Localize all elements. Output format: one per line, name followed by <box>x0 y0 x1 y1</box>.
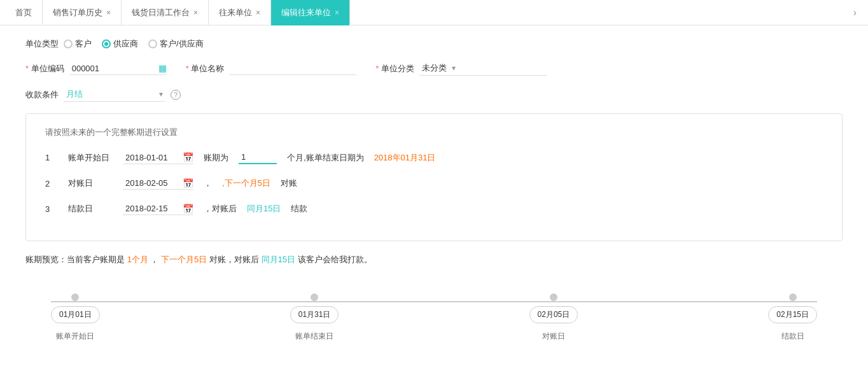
preview-part4: 对账，对账后 <box>209 255 259 264</box>
tab-sales-history-label: 销售订单历史 <box>53 7 102 18</box>
unit-classify-value: 未分类 <box>422 62 447 74</box>
tab-sales-history[interactable]: 销售订单历史 × <box>43 0 122 25</box>
radio-supplier-label: 供应商 <box>113 38 138 50</box>
preview-prefix: 账期预览：当前客户账期是 <box>25 255 125 264</box>
unit-type-label: 单位类型 <box>25 38 59 50</box>
timeline-node-label-2: 对账日 <box>542 331 565 342</box>
tab-more-button[interactable]: › <box>847 7 863 18</box>
tab-edit-partner-close[interactable]: × <box>335 8 339 17</box>
unit-classify-label: 单位分类 <box>375 63 414 74</box>
payment-terms-field: 收款条件 月结 ▾ ? <box>25 87 181 102</box>
payment-terms-value: 月结 <box>66 88 154 100</box>
radio-customer[interactable]: 客户 <box>64 38 92 50</box>
months-input-group <box>239 151 277 164</box>
period-row2-prefix: ， <box>204 178 212 189</box>
tab-cash-workbench-label: 钱货日清工作台 <box>132 7 190 18</box>
period-settings-box: 请按照未来的一个完整帐期进行设置 1 账单开始日 📅 账期为 个月,账单结束日期… <box>25 113 843 241</box>
preview-text: 账期预览：当前客户账期是 1个月 ， 下一个月5日 对账，对账后 同月15日 该… <box>25 254 843 265</box>
tab-cash-workbench-close[interactable]: × <box>193 8 198 17</box>
timeline-nodes: 01月01日 账单开始日 01月31日 账单结束日 02月05日 对账日 02月… <box>51 293 817 342</box>
payment-terms-dropdown-arrow: ▾ <box>159 90 163 99</box>
radio-supplier[interactable]: 供应商 <box>102 38 138 50</box>
period-label-3: 结款日 <box>68 203 113 215</box>
unit-code-input-wrapper: ▦ <box>69 62 167 75</box>
radio-both-circle <box>148 39 157 48</box>
timeline-node-1: 01月31日 账单结束日 <box>290 293 339 342</box>
unit-code-icon[interactable]: ▦ <box>158 63 167 73</box>
period-row-2: 2 对账日 📅 ， ,下一个月5日 对账 <box>45 177 823 190</box>
period-date-2: 📅 <box>123 177 193 190</box>
timeline-node-circle-3 <box>789 293 797 301</box>
period-date-1: 📅 <box>123 151 193 164</box>
unit-classify-select[interactable]: 未分类 ▾ <box>419 61 547 76</box>
timeline-node-circle-2 <box>550 293 557 301</box>
unit-info-row: 单位编码 ▦ 单位名称 河南供应商22 单位分类 未分类 ▾ <box>25 61 843 76</box>
timeline-node-label-0: 账单开始日 <box>56 331 94 342</box>
unit-type-radio-group: 客户 供应商 客户/供应商 <box>64 38 204 50</box>
period-suffix-after-1: 个月,账单结束日期为 <box>287 152 364 164</box>
timeline-node-2: 02月05日 对账日 <box>529 293 578 342</box>
timeline-node-0: 01月01日 账单开始日 <box>51 293 100 342</box>
unit-type-field: 单位类型 客户 供应商 客户/供应商 <box>25 38 204 50</box>
tab-edit-partner[interactable]: 编辑往来单位 × <box>271 0 350 25</box>
radio-customer-label: 客户 <box>75 38 92 50</box>
tab-cash-workbench[interactable]: 钱货日清工作台 × <box>122 0 209 25</box>
period-label-2: 对账日 <box>68 178 113 189</box>
tab-partner-units-close[interactable]: × <box>256 8 260 17</box>
radio-supplier-circle <box>102 39 111 48</box>
tab-partner-units-label: 往来单位 <box>219 7 252 18</box>
main-content: 单位类型 客户 供应商 客户/供应商 单位编码 <box>0 25 868 387</box>
tab-home[interactable]: 首页 <box>5 0 43 25</box>
payment-terms-help-icon[interactable]: ? <box>171 90 181 100</box>
period-row2-suffix: 对账 <box>281 178 297 189</box>
preview-part5: 同月15日 <box>262 255 295 264</box>
classify-dropdown-arrow: ▾ <box>452 64 456 73</box>
unit-code-field: 单位编码 ▦ <box>25 62 167 75</box>
radio-both[interactable]: 客户/供应商 <box>148 38 204 50</box>
timeline-node-date-0: 01月01日 <box>51 306 100 323</box>
period-date-icon-3[interactable]: 📅 <box>183 204 193 214</box>
tab-partner-units[interactable]: 往来单位 × <box>209 0 271 25</box>
timeline-node-label-3: 结款日 <box>781 331 804 342</box>
period-row-1: 1 账单开始日 📅 账期为 个月,账单结束日期为 2018年01月31日 <box>45 151 823 164</box>
period-label-1: 账单开始日 <box>68 152 113 164</box>
timeline-node-label-1: 账单结束日 <box>295 331 333 342</box>
preview-part3: 下一个月5日 <box>161 255 207 264</box>
period-date-input-2[interactable] <box>123 177 180 189</box>
period-row2-highlight: ,下一个月5日 <box>222 178 270 189</box>
period-date-input-3[interactable] <box>123 202 180 215</box>
tab-sales-history-close[interactable]: × <box>106 8 111 17</box>
timeline-node-date-3: 02月15日 <box>768 306 817 323</box>
period-row3-prefix: ，对账后 <box>204 203 237 215</box>
tab-edit-partner-label: 编辑往来单位 <box>281 7 331 18</box>
tab-home-label: 首页 <box>15 7 32 18</box>
unit-name-field: 单位名称 河南供应商22 <box>186 62 357 75</box>
months-input[interactable] <box>239 151 277 163</box>
payment-terms-select[interactable]: 月结 ▾ <box>64 87 165 102</box>
timeline-node-3: 02月15日 结款日 <box>768 293 817 342</box>
period-num-3: 3 <box>45 204 58 214</box>
unit-code-label: 单位编码 <box>25 63 64 74</box>
unit-type-row: 单位类型 客户 供应商 客户/供应商 <box>25 38 843 50</box>
period-date-icon-1[interactable]: 📅 <box>183 152 193 162</box>
timeline-node-circle-1 <box>311 293 318 301</box>
period-date-input-1[interactable] <box>123 151 180 164</box>
period-date-icon-2[interactable]: 📅 <box>183 178 193 188</box>
radio-customer-circle <box>64 39 73 48</box>
period-row3-suffix: 结款 <box>291 203 307 215</box>
preview-part6: 该客户会给我打款。 <box>298 255 372 264</box>
timeline-container: 01月01日 账单开始日 01月31日 账单结束日 02月05日 对账日 02月… <box>25 281 843 361</box>
preview-part1: 1个月 <box>127 255 148 264</box>
unit-code-input[interactable] <box>69 62 158 74</box>
timeline-node-circle-0 <box>71 293 79 301</box>
preview-part2: ， <box>150 255 158 264</box>
period-num-2: 2 <box>45 179 58 188</box>
payment-terms-row: 收款条件 月结 ▾ ? <box>25 87 843 102</box>
period-row-3: 3 结款日 📅 ，对账后 同月15日 结款 <box>45 202 823 215</box>
tabs-bar: 首页 销售订单历史 × 钱货日清工作台 × 往来单位 × 编辑往来单位 × › <box>0 0 868 25</box>
unit-name-input[interactable]: 河南供应商22 <box>229 62 356 75</box>
period-suffix-before-1: 账期为 <box>204 152 228 164</box>
payment-terms-label: 收款条件 <box>25 89 59 101</box>
period-end-date-highlight: 2018年01月31日 <box>374 152 436 164</box>
timeline-node-date-2: 02月05日 <box>529 306 578 323</box>
